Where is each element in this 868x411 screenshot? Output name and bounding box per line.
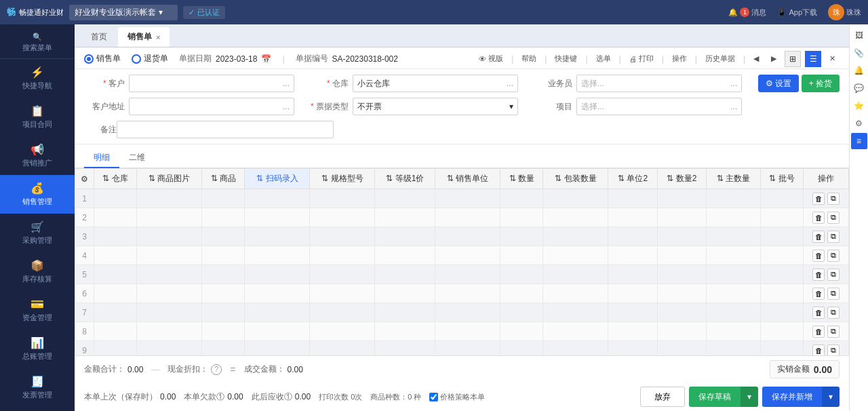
cell-barcode[interactable] <box>245 341 310 356</box>
cell-qty2[interactable] <box>657 227 706 246</box>
th-setting[interactable]: ⚙ <box>75 169 94 189</box>
tab-sales-order[interactable]: 销售单 × <box>118 27 170 47</box>
table-row[interactable]: 6 🗑 ⧉ <box>75 284 849 303</box>
right-panel-icon-3[interactable]: 🔔 <box>851 62 867 79</box>
shortcut-btn[interactable]: 快捷键 <box>551 52 581 66</box>
salesperson-input[interactable]: 选择... ... <box>576 75 742 92</box>
cell-unit2[interactable] <box>608 341 657 356</box>
cell-qty2[interactable] <box>657 303 706 322</box>
tab-close-btn[interactable]: × <box>156 33 160 41</box>
sidebar-item-funds[interactable]: 💳 资金管理 <box>0 291 75 330</box>
row-copy-btn[interactable]: ⧉ <box>827 193 840 205</box>
th-quantity[interactable]: ⇅ 数量 <box>500 169 543 189</box>
cell-price1[interactable] <box>375 189 435 208</box>
cell-quantity[interactable] <box>500 246 543 265</box>
warehouse-input[interactable]: 小云仓库 ... <box>353 75 518 92</box>
cell-barcode[interactable] <box>245 227 310 246</box>
calendar-icon[interactable]: 📅 <box>261 54 271 64</box>
cell-main-qty[interactable] <box>707 246 761 265</box>
cell-barcode[interactable] <box>245 265 310 284</box>
sidebar-item-search[interactable]: 🔍 搜索菜单 <box>0 27 75 59</box>
row-delete-btn[interactable]: 🗑 <box>812 269 825 281</box>
cell-image[interactable] <box>137 246 202 265</box>
view-btn[interactable]: 👁 视版 <box>475 52 507 66</box>
help-btn[interactable]: 帮助 <box>517 52 540 66</box>
th-qty2[interactable]: ⇅ 数量2 <box>657 169 706 189</box>
save-draft-btn[interactable]: 保存草稿 <box>689 387 741 407</box>
cell-image[interactable] <box>137 265 202 284</box>
cell-main-qty[interactable] <box>707 284 761 303</box>
discount-help-icon[interactable]: ? <box>211 364 222 375</box>
save-new-btn[interactable]: 保存并新增 <box>762 387 822 407</box>
cell-unit2[interactable] <box>608 284 657 303</box>
right-panel-icon-4[interactable]: 💬 <box>851 80 867 96</box>
cell-spec[interactable] <box>310 303 375 322</box>
cell-unit2[interactable] <box>608 208 657 227</box>
cell-image[interactable] <box>137 227 202 246</box>
th-goods[interactable]: ⇅ 商品 <box>202 169 245 189</box>
cell-price1[interactable] <box>375 208 435 227</box>
cell-goods[interactable] <box>202 246 245 265</box>
sidebar-item-sales[interactable]: 💰 销售管理 <box>0 175 75 214</box>
cell-batch[interactable] <box>760 303 803 322</box>
cell-sale-unit[interactable] <box>435 227 500 246</box>
right-panel-icon-6[interactable]: ⚙ <box>851 115 867 132</box>
cell-warehouse[interactable] <box>94 341 137 356</box>
th-barcode[interactable]: ⇅ 扫码录入 <box>245 169 310 189</box>
table-row[interactable]: 7 🗑 ⧉ <box>75 303 849 322</box>
nav-prev-btn[interactable]: ◀ <box>749 52 763 65</box>
sidebar-item-project[interactable]: 📋 项目合同 <box>0 98 75 136</box>
doc-no-value[interactable]: SA-20230318-002 <box>332 54 398 64</box>
address-input[interactable]: ... <box>129 98 294 115</box>
cell-barcode[interactable] <box>245 246 310 265</box>
cell-sale-unit[interactable] <box>435 284 500 303</box>
th-image[interactable]: ⇅ 商品图片 <box>137 169 202 189</box>
cell-price1[interactable] <box>375 227 435 246</box>
cell-main-qty[interactable] <box>707 189 761 208</box>
doc-date-value[interactable]: 2023-03-18 <box>216 54 257 64</box>
cell-spec[interactable] <box>310 322 375 341</box>
row-copy-btn[interactable]: ⧉ <box>827 288 840 300</box>
notification-btn[interactable]: 🔔 1 消息 <box>728 7 766 18</box>
project-input[interactable]: 选择... ... <box>576 98 742 115</box>
cell-image[interactable] <box>137 189 202 208</box>
nav-next-btn[interactable]: ▶ <box>767 52 781 65</box>
cell-batch[interactable] <box>760 284 803 303</box>
tab-home[interactable]: 首页 <box>81 27 117 47</box>
cell-goods[interactable] <box>202 227 245 246</box>
cell-main-qty[interactable] <box>707 303 761 322</box>
row-delete-btn[interactable]: 🗑 <box>812 193 825 205</box>
cell-batch[interactable] <box>760 265 803 284</box>
cell-barcode[interactable] <box>245 284 310 303</box>
table-row[interactable]: 4 🗑 ⧉ <box>75 246 849 265</box>
cell-pack-qty[interactable] <box>543 265 608 284</box>
right-panel-icon-1[interactable]: 🖼 <box>851 27 867 43</box>
invoice-select[interactable]: 不开票 ▾ <box>353 98 518 115</box>
close-window-btn[interactable]: ✕ <box>825 52 840 65</box>
cell-quantity[interactable] <box>500 284 543 303</box>
cell-image[interactable] <box>137 284 202 303</box>
th-spec[interactable]: ⇅ 规格型号 <box>310 169 375 189</box>
cell-warehouse[interactable] <box>94 227 137 246</box>
select-btn[interactable]: 选单 <box>592 52 615 66</box>
cell-main-qty[interactable] <box>707 208 761 227</box>
cell-main-qty[interactable] <box>707 322 761 341</box>
cell-main-qty[interactable] <box>707 265 761 284</box>
sidebar-item-invoice[interactable]: 🧾 发票管理 <box>0 368 75 407</box>
cell-quantity[interactable] <box>500 227 543 246</box>
table-row[interactable]: 1 🗑 ⧉ <box>75 189 849 208</box>
cell-unit2[interactable] <box>608 322 657 341</box>
cell-sale-unit[interactable] <box>435 246 500 265</box>
cell-price1[interactable] <box>375 322 435 341</box>
cell-image[interactable] <box>137 303 202 322</box>
price-policy-checkbox[interactable]: 价格策略本单 <box>429 392 485 402</box>
cell-unit2[interactable] <box>608 265 657 284</box>
cell-pack-qty[interactable] <box>543 227 608 246</box>
row-delete-btn[interactable]: 🗑 <box>812 250 825 262</box>
cell-goods[interactable] <box>202 322 245 341</box>
abandon-btn[interactable]: 放弃 <box>640 387 685 407</box>
cell-barcode[interactable] <box>245 303 310 322</box>
th-sale-unit[interactable]: ⇅ 销售单位 <box>435 169 500 189</box>
list-view-btn[interactable]: ☰ <box>805 51 821 67</box>
company-selector[interactable]: 好业财专业版演示帐套 ▾ <box>69 5 178 20</box>
